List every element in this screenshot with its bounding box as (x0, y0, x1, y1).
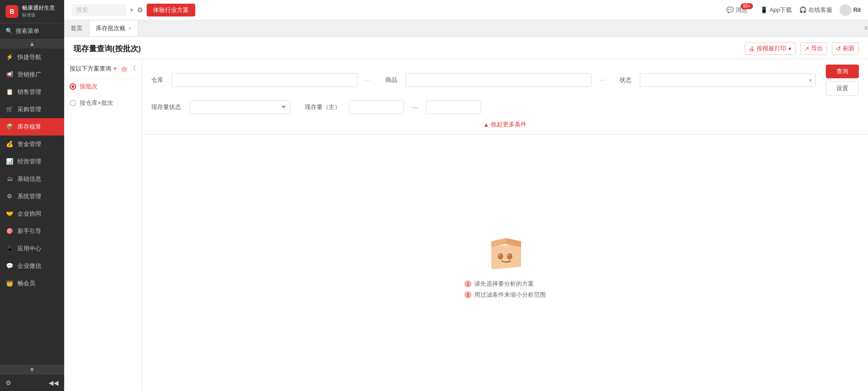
sidebar-item-newbie[interactable]: 🎯 新手引导 (0, 223, 64, 240)
settings-button[interactable]: 设置 (826, 81, 859, 96)
nav-label: 库存核算 (17, 123, 41, 131)
status-input[interactable] (640, 73, 816, 87)
svg-point-5 (499, 254, 500, 256)
page-title: 现存量查询(按批次) (73, 43, 141, 54)
warehouse-label: 仓库 (151, 76, 163, 84)
action-buttons: 查询 设置 (821, 65, 859, 96)
add-scheme-icon[interactable]: ＋ (111, 64, 119, 73)
page-area: 现存量查询(按批次) 🖨 按模板打印 ▾ ↗ 导出 ↺ 刷新 (64, 37, 868, 391)
sidebar-item-quick-nav[interactable]: ⚡ 快捷导航 (0, 49, 64, 66)
user-name: Rit (853, 6, 861, 13)
app-center-icon: 📱 (5, 245, 14, 252)
product-more-icon[interactable]: ··· (599, 76, 605, 84)
template-print-button[interactable]: 🖨 按模板打印 ▾ (745, 42, 796, 55)
topbar-search[interactable]: 搜索 (71, 4, 126, 16)
page-header: 现存量查询(按批次) 🖨 按模板打印 ▾ ↗ 导出 ↺ 刷新 (64, 37, 868, 59)
topbar-dropdown-icon[interactable]: ▾ (130, 6, 133, 13)
sidebar-nav: ⚡ 快捷导航 📢 营销推广 📋 销售管理 🛒 采购管理 📦 库存核算 💰 资金管… (0, 49, 64, 365)
finance-icon: 💰 (5, 141, 14, 147)
sidebar-item-finance[interactable]: 💰 资金管理 (0, 136, 64, 153)
filter-row-2: 现存量状态 现存量（主） — (151, 100, 859, 114)
service-button[interactable]: 🎧 在线客服 (799, 6, 832, 14)
messages-button[interactable]: 💬 消息 99+ (726, 6, 747, 14)
sidebar: B 畅康通好生意 标准版 🔍 搜索菜单 ▲ ⚡ 快捷导航 📢 营销推广 📋 销售… (0, 0, 64, 391)
sidebar-item-purchase[interactable]: 🛒 采购管理 (0, 101, 64, 118)
radio-by-warehouse-batch (70, 100, 76, 106)
nav-label: 资金管理 (17, 140, 41, 148)
left-panel-title: 按以下方案查询 (70, 65, 111, 73)
app-name: 畅康通好生意 (22, 5, 55, 12)
tip-number-1: 1 (464, 280, 472, 288)
sidebar-item-member[interactable]: 👑 畅会员 (0, 275, 64, 292)
marketing-icon: 📢 (5, 71, 14, 78)
collapse-panel-icon[interactable]: 《 (130, 65, 136, 73)
headset-icon: 🎧 (799, 6, 807, 13)
nav-label: 企业协同 (17, 210, 41, 218)
sidebar-item-inventory[interactable]: 📦 库存核算 (0, 118, 64, 136)
collapse-filter-row[interactable]: ▲ 收起更多条件 (151, 119, 859, 129)
query-button[interactable]: 查询 (826, 65, 859, 78)
tab-close-icon[interactable]: × (128, 26, 131, 31)
settings-footer-icon[interactable]: ⚙ (5, 379, 11, 386)
export-button[interactable]: ↗ 导出 (800, 42, 827, 55)
svg-rect-0 (491, 244, 521, 270)
empty-state: 1 请先选择要分析的方案 2 用过滤条件来缩小分析范围 (142, 135, 868, 391)
enterprise-icon: 🤝 (5, 210, 14, 217)
collapse-sidebar-icon[interactable]: ◀◀ (49, 379, 59, 386)
tab-batch-account[interactable]: 库存批次账 × (89, 21, 138, 36)
export-icon: ↗ (804, 45, 809, 52)
sidebar-header: B 畅康通好生意 标准版 (0, 0, 64, 23)
sidebar-item-sales[interactable]: 📋 销售管理 (0, 83, 64, 101)
sidebar-search[interactable]: 🔍 搜索菜单 (0, 23, 64, 39)
close-panel-icon[interactable]: × (864, 24, 868, 33)
warehouse-more-icon[interactable]: ··· (365, 76, 371, 84)
tabs-bar: 首页 库存批次账 × × (64, 20, 868, 37)
app-download-button[interactable]: 📱 App下载 (760, 6, 792, 14)
warehouse-input[interactable] (171, 73, 357, 87)
message-icon: 💬 (726, 6, 734, 13)
refresh-button[interactable]: ↺ 刷新 (832, 42, 859, 55)
tab-home[interactable]: 首页 (64, 21, 89, 36)
stock-qty-min-input[interactable] (349, 100, 404, 114)
scheme-by-warehouse-batch-label: 按仓库+批次 (80, 99, 113, 107)
stock-status-select[interactable] (189, 100, 290, 114)
tip-text-2: 用过滤条件来缩小分析范围 (474, 291, 546, 299)
stock-qty-dash: — (409, 104, 421, 111)
left-panel-header: 按以下方案查询 ＋ ◎ 《 (64, 59, 142, 78)
sidebar-item-operations[interactable]: 📊 经营管理 (0, 153, 64, 170)
scheme-by-warehouse-batch[interactable]: 按仓库+批次 (64, 95, 142, 111)
phone-icon: 📱 (760, 6, 768, 13)
quick-nav-icon: ⚡ (5, 54, 14, 60)
empty-illustration (482, 227, 528, 272)
sidebar-item-basics[interactable]: 🗂 基础信息 (0, 170, 64, 188)
app-edition: 标准版 (22, 12, 55, 18)
product-input[interactable] (406, 73, 592, 87)
sidebar-item-system[interactable]: ⚙ 系统管理 (0, 188, 64, 205)
search-placeholder: 搜索 (76, 6, 88, 14)
stock-qty-max-input[interactable] (426, 100, 481, 114)
page-header-actions: 🖨 按模板打印 ▾ ↗ 导出 ↺ 刷新 (745, 42, 859, 55)
app-logo: B (5, 5, 18, 18)
sidebar-item-app-center[interactable]: 📱 应用中心 (0, 240, 64, 257)
wechat-icon: 💬 (5, 262, 14, 269)
nav-label: 经营管理 (17, 157, 41, 166)
inventory-icon: 📦 (5, 123, 14, 130)
stock-qty-label: 现存量（主） (305, 103, 341, 111)
tip-number-2: 2 (464, 291, 472, 299)
scheme-by-batch[interactable]: 按批次 (64, 78, 142, 95)
sidebar-item-enterprise[interactable]: 🤝 企业协同 (0, 205, 64, 223)
sidebar-item-wechat[interactable]: 💬 企业微信 (0, 257, 64, 275)
user-info[interactable]: Rit (840, 4, 861, 16)
scheme-settings-icon[interactable]: ◎ (121, 65, 127, 72)
search-label: 搜索菜单 (16, 27, 39, 35)
nav-label: 营销推广 (17, 71, 41, 79)
topbar: 搜索 ▾ ⚙ 体验行业方案 💬 消息 99+ 📱 App下载 🎧 在线客服 Ri… (64, 0, 868, 20)
left-panel-actions: ＋ ◎ 《 (111, 64, 136, 73)
empty-tip-1: 1 请先选择要分析的方案 (464, 280, 546, 288)
topbar-gear-icon[interactable]: ⚙ (137, 6, 143, 14)
nav-label: 系统管理 (17, 192, 41, 201)
sidebar-scroll-down[interactable]: ▼ (0, 365, 64, 374)
sidebar-scroll-up[interactable]: ▲ (0, 39, 64, 49)
sidebar-item-marketing[interactable]: 📢 营销推广 (0, 66, 64, 83)
trial-button[interactable]: 体验行业方案 (147, 4, 195, 16)
